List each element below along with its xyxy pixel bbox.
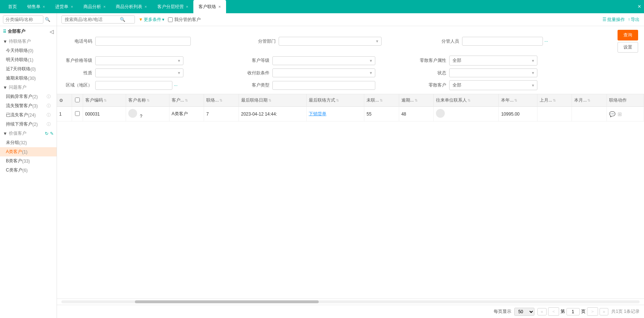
collapse-icon[interactable]: ◁ <box>50 29 54 35</box>
nature-select[interactable]: ▾ <box>95 68 183 77</box>
th-category: 客户...⇅ <box>169 94 204 107</box>
dept-select[interactable]: ▾ <box>279 37 382 46</box>
settings-button[interactable]: 设置 <box>618 42 638 53</box>
next-page-button[interactable]: ＞ <box>587 307 598 316</box>
chevron-down-icon: ▾ <box>532 83 534 88</box>
retail-customer-select[interactable]: 全部 ▾ <box>449 80 537 90</box>
my-customers-check[interactable] <box>168 17 173 22</box>
th-last-month: 上月...⇅ <box>537 94 572 107</box>
sidebar-item-class-c[interactable]: C类客户(6) <box>0 166 57 175</box>
manager-input[interactable] <box>462 37 543 46</box>
nav-item-goods-analysis[interactable]: 商品分析 × <box>78 0 111 13</box>
chevron-down-icon: ▾ <box>178 70 180 75</box>
manager-field: 分管人员 ··· <box>430 37 613 46</box>
th-overdue: 逾期...⇅ <box>399 94 433 107</box>
close-icon[interactable]: × <box>103 4 105 9</box>
sidebar-search-input[interactable] <box>3 15 43 24</box>
query-button[interactable]: 查询 <box>618 30 638 40</box>
close-icon[interactable]: × <box>71 4 73 9</box>
region-dots[interactable]: ··· <box>174 83 178 88</box>
more-conditions-button[interactable]: ▼ 更多条件 ▾ <box>139 17 164 23</box>
filter-search-input[interactable] <box>65 17 120 22</box>
row-last-contact-method[interactable]: 下销货单 <box>306 107 364 121</box>
message-icon[interactable]: 💬 <box>609 111 615 117</box>
sidebar-item-ungrouped[interactable]: 未分组(32) <box>0 138 57 147</box>
chevron-down-icon: ▾ <box>532 70 534 75</box>
last-page-button[interactable]: » <box>600 308 609 315</box>
chevron-down-icon: ▾ <box>178 58 180 63</box>
horizontal-scrollbar[interactable] <box>57 298 644 305</box>
th-previous-contact: 往来单位联系人⇅ <box>434 94 499 107</box>
row-checkbox[interactable] <box>75 111 80 116</box>
close-icon[interactable]: × <box>43 4 45 9</box>
sidebar-item-week-pending[interactable]: 近7天待联络(0) <box>0 64 57 74</box>
info-icon: ⓘ <box>47 94 51 99</box>
status-select[interactable]: ▾ <box>449 68 537 77</box>
first-page-button[interactable]: « <box>537 308 547 315</box>
sidebar-item-tomorrow-pending[interactable]: 明天待联络(1) <box>0 55 57 64</box>
filter-search-icon[interactable]: 🔍 <box>120 17 125 22</box>
payment-select[interactable]: ▾ <box>272 68 375 77</box>
row-this-month <box>572 107 607 121</box>
th-last-contact-method: 最后联络方式⇅ <box>306 94 364 107</box>
export-button[interactable]: ↑ 导出 <box>628 17 640 23</box>
close-icon[interactable]: × <box>186 4 188 9</box>
top-nav: 首页 销售单 × 进货单 × 商品分析 × 商品分析列表 × 客户分层经营 × … <box>0 0 644 13</box>
region-input[interactable] <box>95 81 172 90</box>
nav-item-sales[interactable]: 销售单 × <box>22 0 50 13</box>
phone-input[interactable] <box>95 37 191 46</box>
batch-op-button[interactable]: ☰ 批量操作 <box>602 17 625 23</box>
value-customers-section: ▼ 价值客户 ↻ ✎ <box>0 129 57 138</box>
action-buttons: 查询 设置 <box>618 30 638 53</box>
sidebar-item-repurchase-abnormal[interactable]: 回购异常客户(2) ⓘ <box>0 92 57 101</box>
row-index: 1 <box>57 107 72 121</box>
sidebar-item-class-b[interactable]: B类客户(33) <box>0 156 57 166</box>
row-checkbox-cell[interactable] <box>72 107 83 121</box>
all-customers-header[interactable]: ⠿ 全部客户 ◁ <box>0 26 57 37</box>
close-icon[interactable]: × <box>144 4 147 9</box>
status-field: 状态 ▾ <box>417 68 594 77</box>
close-all-button[interactable]: × <box>638 3 641 10</box>
th-gear[interactable]: ⚙ <box>57 94 72 107</box>
sidebar-item-declining[interactable]: 持续下滑客户(2) ⓘ <box>0 120 57 129</box>
row-this-year: 10995.00 <box>499 107 537 121</box>
scrollbar-thumb[interactable] <box>135 300 319 303</box>
pagination-total: 共1页 1条记录 <box>611 308 640 315</box>
th-code: 客户编码⇅ <box>83 94 126 107</box>
select-all-checkbox[interactable] <box>75 98 80 102</box>
sidebar-search-icon[interactable]: 🔍 <box>45 17 50 22</box>
sidebar: 🔍 ⠿ 全部客户 ◁ ▼ 待联络客户 今天待联络(0) 明天待联络(1) 近7天… <box>0 13 57 318</box>
nav-item-customer-contact[interactable]: 客户联络 × <box>193 0 226 13</box>
edit-icon[interactable]: ✎ <box>50 131 54 136</box>
retail-attr-select[interactable]: 全部 ▾ <box>449 56 537 66</box>
page-input[interactable] <box>566 308 580 315</box>
th-this-month: 本月...⇅ <box>572 94 607 107</box>
row-action: 💬 ⊞ <box>607 107 644 121</box>
nav-item-goods-analysis-list[interactable]: 商品分析列表 × <box>111 0 152 13</box>
sidebar-item-already-lost[interactable]: 已流失客户(24) ⓘ <box>0 110 57 120</box>
th-checkbox[interactable] <box>72 94 83 107</box>
link-icon[interactable]: ⊞ <box>618 111 622 117</box>
per-page-select[interactable]: 50 100 200 <box>514 308 534 316</box>
sidebar-item-overdue[interactable]: 逾期未联络(30) <box>0 74 57 83</box>
sidebar-item-class-a[interactable]: A类客户(1) <box>0 147 57 156</box>
close-icon[interactable]: × <box>218 4 221 9</box>
nav-item-home[interactable]: 首页 <box>3 0 22 13</box>
filter-icon: ▼ <box>139 17 143 22</box>
sidebar-search-area: 🔍 <box>0 13 57 26</box>
sidebar-item-today-pending[interactable]: 今天待联络(0) <box>0 46 57 55</box>
info-icon: ⓘ <box>47 103 51 109</box>
pagination-bar: 每页显示 50 100 200 « ＜ 第 页 ＞ » 共1页 1条记录 <box>57 305 644 318</box>
nav-item-purchase[interactable]: 进货单 × <box>50 0 78 13</box>
export-icon: ↑ <box>628 17 630 22</box>
refresh-icon[interactable]: ↻ <box>45 131 49 136</box>
customer-type-input[interactable] <box>272 81 375 90</box>
my-customers-checkbox[interactable]: 我分管的客户 <box>168 17 201 23</box>
payment-field: 收付款条件 ▾ <box>240 68 417 77</box>
price-level-select[interactable]: ▾ <box>95 56 183 65</box>
nav-item-customer-tier[interactable]: 客户分层经营 × <box>152 0 193 13</box>
manager-dots[interactable]: ··· <box>544 39 548 44</box>
sidebar-item-loss-warning[interactable]: 流失预警客户(3) ⓘ <box>0 101 57 110</box>
customer-level-select[interactable]: ▾ <box>272 56 375 65</box>
prev-page-button[interactable]: ＜ <box>548 307 559 316</box>
